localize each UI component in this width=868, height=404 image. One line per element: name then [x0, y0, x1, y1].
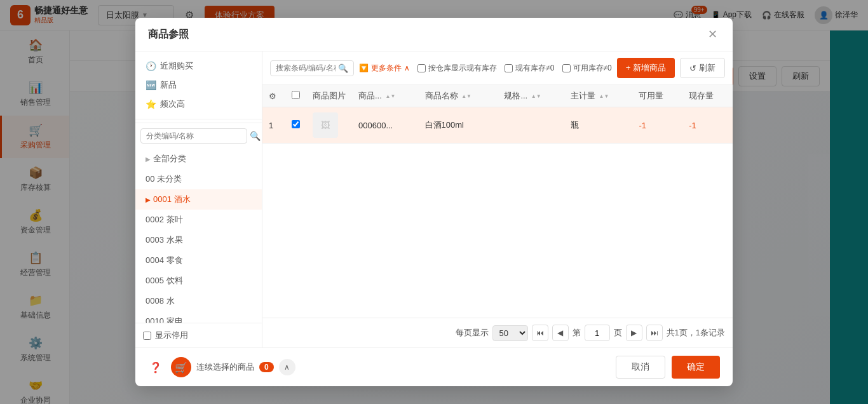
- filter-more-label: 更多条件: [371, 63, 402, 74]
- filter-check-available[interactable]: 可用库存≠0: [562, 63, 612, 74]
- product-search-input[interactable]: [276, 64, 336, 72]
- cart-icon-button[interactable]: 🛒: [171, 357, 191, 377]
- quick-item-new-label: 新品: [160, 79, 177, 91]
- recent-icon: 🕐: [146, 61, 156, 71]
- page-unit: 页: [614, 327, 622, 339]
- row-spec: [498, 107, 564, 144]
- filter-check-stock[interactable]: 现有库存≠0: [505, 63, 554, 74]
- th-name[interactable]: 商品名称 ▲▼: [419, 85, 498, 107]
- category-list: ▶ 全部分类 00 未分类 ▶ 0001 酒水 0002 茶叶 0003 水果: [135, 146, 262, 323]
- quick-item-recent[interactable]: 🕐 近期购买: [140, 57, 257, 76]
- th-code[interactable]: 商品... ▲▼: [352, 85, 419, 107]
- filter-icon: 🔽: [359, 64, 369, 72]
- quick-item-frequent-label: 频次高: [160, 98, 185, 110]
- cancel-button[interactable]: 取消: [616, 356, 665, 379]
- page-number-input[interactable]: [585, 325, 610, 341]
- page-size-select[interactable]: 50 100 200: [492, 325, 528, 341]
- quick-item-recent-label: 近期购买: [160, 60, 193, 72]
- cat-item-tea[interactable]: 0002 茶叶: [135, 210, 262, 230]
- warehouse-label: 按仓库显示现有库存: [428, 63, 497, 74]
- category-footer: 显示停用: [135, 323, 262, 347]
- select-all-checkbox[interactable]: [292, 91, 300, 99]
- quick-item-frequent[interactable]: ⭐ 频次高: [140, 95, 257, 114]
- available-checkbox[interactable]: [562, 64, 571, 72]
- col-img-label: 商品图片: [313, 91, 346, 100]
- confirm-button[interactable]: 确定: [672, 356, 720, 379]
- table-header-row: ⚙ 商品图片 商品... ▲▼: [262, 85, 733, 107]
- col-available-label: 可用量: [639, 91, 663, 100]
- cat-item-appliance[interactable]: 0010 家电: [135, 311, 262, 323]
- cat-tea-label: 0002 茶叶: [146, 214, 183, 226]
- col-code-label: 商品...: [358, 91, 382, 100]
- warehouse-checkbox[interactable]: [417, 64, 426, 72]
- row-checkbox[interactable]: [292, 120, 300, 128]
- th-gear: ⚙: [262, 85, 285, 107]
- cat-item-snack[interactable]: 0004 零食: [135, 250, 262, 271]
- column-settings-icon[interactable]: ⚙: [269, 91, 276, 101]
- filter-more[interactable]: 🔽 更多条件 ∧: [359, 63, 410, 74]
- stock-checkbox[interactable]: [505, 64, 513, 72]
- modal-close-button[interactable]: ✕: [705, 27, 720, 42]
- category-search-icon[interactable]: 🔍: [250, 131, 261, 141]
- filter-bar: 🔍 🔽 更多条件 ∧ 按仓库显示现有库存: [262, 51, 733, 85]
- category-search-input[interactable]: [140, 128, 247, 144]
- cart-count: 0: [259, 362, 274, 372]
- pagination: 每页显示 50 100 200 ⏮ ◀ 第 页 ▶ ⏭ 共1页，1条记录: [262, 318, 733, 347]
- help-button[interactable]: ❓: [148, 360, 163, 375]
- footer-actions: 取消 确定: [616, 356, 720, 379]
- filter-check-warehouse[interactable]: 按仓库显示现有库存: [417, 63, 497, 74]
- filter-more-arrow: ∧: [404, 64, 410, 72]
- first-page-button[interactable]: ⏮: [532, 325, 548, 341]
- th-unit[interactable]: 主计量 ▲▼: [564, 85, 632, 107]
- cat-beverage-label: 0005 饮料: [146, 275, 183, 286]
- cat-item-uncat[interactable]: 00 未分类: [135, 169, 262, 189]
- cart-label: 连续选择的商品: [196, 361, 254, 373]
- col-name-label: 商品名称: [425, 91, 458, 100]
- cart-area: 🛒 连续选择的商品 0 ∧: [171, 357, 295, 377]
- col-unit-label: 主计量: [571, 91, 595, 100]
- last-page-button[interactable]: ⏭: [646, 325, 663, 341]
- add-product-button[interactable]: + 新增商品: [617, 58, 675, 78]
- code-sort-icon: ▲▼: [385, 93, 395, 99]
- total-pages-text: 共1页，1条记录: [667, 327, 725, 339]
- row-stock: -1: [682, 107, 733, 144]
- th-img: 商品图片: [306, 85, 352, 107]
- row-check[interactable]: [285, 107, 306, 144]
- product-search-wrap: 🔍: [270, 60, 354, 76]
- stock-label: 现有库存≠0: [515, 63, 554, 74]
- row-code: 000600...: [352, 107, 419, 144]
- frequent-icon: ⭐: [146, 99, 156, 109]
- prev-page-button[interactable]: ◀: [552, 325, 569, 341]
- product-search-icon[interactable]: 🔍: [338, 64, 348, 73]
- cat-item-water[interactable]: 0008 水: [135, 291, 262, 311]
- page-size-label: 每页显示: [456, 327, 489, 339]
- category-search: 🔍: [135, 123, 262, 146]
- show-disabled-checkbox[interactable]: [143, 332, 151, 340]
- img-placeholder-icon: 🖼: [321, 120, 330, 130]
- cat-fruit-label: 0003 水果: [146, 234, 183, 246]
- row-available: -1: [632, 107, 682, 144]
- next-page-button[interactable]: ▶: [626, 325, 642, 341]
- name-sort-icon: ▲▼: [461, 93, 471, 99]
- cat-item-beverage[interactable]: 0005 饮料: [135, 271, 262, 291]
- show-disabled-label[interactable]: 显示停用: [155, 330, 188, 341]
- available-label: 可用库存≠0: [573, 63, 612, 74]
- th-spec[interactable]: 规格... ▲▼: [498, 85, 564, 107]
- refresh-button[interactable]: ↺ 刷新: [680, 58, 725, 78]
- modal-overlay: 商品参照 ✕ 🕐 近期购买 🆕 新品 ⭐: [0, 0, 868, 404]
- modal-body: 🕐 近期购买 🆕 新品 ⭐ 频次高: [135, 51, 733, 347]
- refresh-label: 刷新: [699, 62, 715, 74]
- cart-toggle-button[interactable]: ∧: [279, 359, 295, 375]
- cat-item-liquor[interactable]: ▶ 0001 酒水: [135, 189, 262, 210]
- modal-header: 商品参照 ✕: [135, 18, 733, 51]
- table-row[interactable]: 1 🖼 000600... 白酒100ml: [262, 107, 733, 144]
- cat-item-all[interactable]: ▶ 全部分类: [135, 149, 262, 169]
- row-unit: 瓶: [564, 107, 632, 144]
- row-index: 1: [262, 107, 285, 144]
- modal-title: 商品参照: [148, 28, 189, 41]
- cat-water-label: 0008 水: [146, 295, 175, 307]
- row-name: 白酒100ml: [419, 107, 498, 144]
- quick-item-new[interactable]: 🆕 新品: [140, 76, 257, 95]
- cat-item-fruit[interactable]: 0003 水果: [135, 230, 262, 250]
- cat-all-arrow-icon: ▶: [146, 156, 151, 163]
